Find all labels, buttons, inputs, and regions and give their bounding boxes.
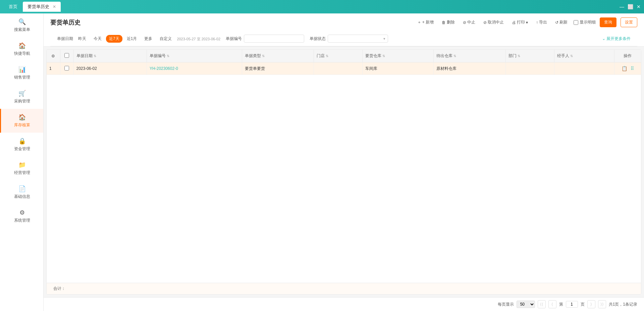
sidebar-item-inventory[interactable]: 🏠 库存核算 [0, 109, 43, 133]
row-checkbox[interactable] [64, 66, 69, 71]
sidebar-item-label-search-menu: 搜索菜单 [14, 27, 30, 33]
summary-label: 合计： [53, 286, 65, 292]
row-doc-number-link[interactable]: YH-20230602-0 [150, 66, 178, 71]
sort-doc-type-icon: ⇅ [262, 54, 265, 58]
th-store[interactable]: 门店 ⇅ [314, 50, 363, 62]
first-page-btn[interactable]: ⟨⟨ [538, 300, 546, 308]
date-btn-last1month[interactable]: 近1月 [124, 35, 140, 43]
print-icon: 🖨 [512, 20, 516, 25]
minimize-icon[interactable]: — [620, 4, 624, 9]
sidebar-item-purchase-mgmt[interactable]: 🛒 采购管理 [0, 85, 43, 109]
sidebar-item-ops-mgmt[interactable]: 📁 经营管理 [0, 157, 43, 180]
th-handler-label: 经手人 [557, 53, 569, 59]
last-page-btn[interactable]: ⟩⟩ [598, 300, 606, 308]
page-title: 要货单历史 [50, 18, 80, 27]
per-page-select[interactable]: 50 10 20 100 [517, 301, 535, 308]
stop-button[interactable]: ⊘ 中止 [461, 18, 477, 27]
refresh-icon: ↺ [555, 20, 558, 25]
per-page-label: 每页显示 [498, 302, 514, 307]
row-doc-type-value: 要货单要货 [245, 66, 265, 71]
sidebar-item-label-base-info: 基础信息 [14, 194, 30, 199]
date-btn-yesterday[interactable]: 昨天 [75, 35, 89, 43]
expand-more-btn[interactable]: ⌄ 展开更多条件 [602, 36, 631, 42]
content-area: 要货单历史 ＋ + 新增 🗑 删除 ⊘ 中止 ⊘ [44, 13, 644, 311]
row-edit-icon[interactable]: 📋 [621, 65, 628, 72]
sidebar-item-fund-mgmt[interactable]: 🔒 资金管理 [0, 133, 43, 157]
cancel-stop-button[interactable]: ⊘ 取消中止 [481, 18, 506, 27]
refresh-button[interactable]: ↺ 刷新 [553, 18, 570, 27]
th-req-warehouse-label: 要货仓库 [365, 53, 381, 59]
tab-home[interactable]: 首页 [3, 2, 23, 12]
date-btn-today[interactable]: 今天 [91, 35, 105, 43]
doc-number-input[interactable] [244, 35, 304, 43]
th-req-warehouse[interactable]: 要货仓库 ⇅ [363, 50, 434, 62]
doc-status-select[interactable] [328, 35, 388, 43]
purchase-mgmt-icon: 🛒 [18, 90, 26, 97]
display-detail-label: 显示明细 [580, 19, 596, 25]
query-button[interactable]: 查询 [600, 17, 616, 27]
th-doc-date[interactable]: 单据日期 ⇅ [73, 50, 147, 62]
expand-more-label: 展开更多条件 [606, 36, 631, 42]
prev-page-btn[interactable]: ⟨ [548, 300, 556, 308]
row-pending-warehouse-value: 原材料仓库 [436, 66, 457, 71]
delete-button[interactable]: 🗑 删除 [440, 18, 457, 27]
maximize-icon[interactable]: ⬜ [628, 4, 633, 9]
th-pending-warehouse[interactable]: 待出仓库 ⇅ [434, 50, 506, 62]
th-actions-label: 操作 [624, 53, 632, 58]
sidebar-item-sys-mgmt[interactable]: ⚙ 系统管理 [0, 204, 43, 228]
print-button[interactable]: 🖨 打印 ▾ [510, 18, 530, 27]
sidebar-item-label-fund-mgmt: 资金管理 [14, 146, 30, 152]
row-num: 1 [49, 66, 52, 71]
delete-icon: 🗑 [442, 20, 446, 25]
th-department[interactable]: 部门 ⇅ [506, 50, 554, 62]
sidebar-item-base-info[interactable]: 📄 基础信息 [0, 180, 43, 204]
th-doc-type-label: 单据类型 [245, 53, 261, 59]
next-page-btn[interactable]: ⟩ [587, 300, 595, 308]
row-doc-date: 2023-06-02 [73, 62, 147, 75]
sys-mgmt-icon: ⚙ [19, 209, 25, 216]
row-more-icon[interactable]: ⠿ [630, 65, 635, 72]
tab-close-icon[interactable]: ✕ [53, 4, 56, 9]
row-doc-date-value: 2023-06-02 [76, 66, 97, 71]
sidebar-item-label-sys-mgmt: 系统管理 [14, 218, 30, 223]
row-pending-warehouse: 原材料仓库 [434, 62, 506, 75]
date-btn-custom[interactable]: 自定义 [157, 35, 175, 43]
sidebar-item-sales-mgmt[interactable]: 📊 销售管理 [0, 61, 43, 85]
th-doc-number[interactable]: 单据编号 ⇅ [147, 50, 242, 62]
export-button[interactable]: ↑ 导出 [534, 18, 549, 27]
table-scroll[interactable]: ⚙ 单据日期 ⇅ [47, 50, 641, 283]
sales-mgmt-icon: 📊 [18, 66, 26, 73]
th-handler[interactable]: 经手人 ⇅ [554, 50, 614, 62]
th-pending-warehouse-label: 待出仓库 [436, 53, 452, 59]
base-info-icon: 📄 [18, 185, 26, 192]
sort-doc-number-icon: ⇅ [167, 54, 169, 58]
print-dropdown-icon: ▾ [526, 20, 528, 25]
sidebar: 🔍 搜索菜单 🏠 快捷导航 📊 销售管理 🛒 采购管理 🏠 库存核算 🔒 资金管… [0, 13, 44, 311]
refresh-label: 刷新 [559, 19, 568, 25]
th-doc-date-label: 单据日期 [76, 53, 93, 59]
sidebar-item-search-menu[interactable]: 🔍 搜索菜单 [0, 13, 43, 37]
date-buttons: 昨天 今天 近7天 近1月 更多 自定义 [75, 35, 175, 43]
tab-requisition-history[interactable]: 要货单历史 ✕ [23, 2, 61, 12]
add-icon: ＋ [417, 19, 421, 25]
sidebar-item-quick-nav[interactable]: 🏠 快捷导航 [0, 37, 43, 61]
settings-icon[interactable]: ⚙ [51, 54, 55, 58]
th-doc-number-label: 单据编号 [150, 53, 166, 59]
display-detail-checkbox[interactable]: 显示明细 [574, 19, 596, 25]
date-btn-more[interactable]: 更多 [141, 35, 155, 43]
select-all-checkbox[interactable] [64, 53, 69, 58]
page-input[interactable] [566, 301, 578, 308]
th-settings[interactable]: ⚙ [47, 50, 60, 62]
add-button[interactable]: ＋ + 新增 [415, 18, 436, 27]
total-info: 共1页，1条记录 [609, 302, 637, 307]
date-btn-last7days[interactable]: 近7天 [106, 35, 122, 43]
th-doc-type[interactable]: 单据类型 ⇅ [242, 50, 314, 62]
expand-chevron-icon: ⌄ [602, 36, 605, 41]
sort-req-warehouse-icon: ⇅ [382, 54, 385, 58]
display-detail-input[interactable] [574, 20, 578, 25]
window-close-icon[interactable]: ✕ [637, 4, 641, 9]
filter-group-doc-status: 单据状态 [310, 35, 388, 43]
row-store [314, 62, 363, 75]
row-doc-number: YH-20230602-0 [147, 62, 242, 75]
settings-button[interactable]: 设置 [621, 17, 637, 27]
